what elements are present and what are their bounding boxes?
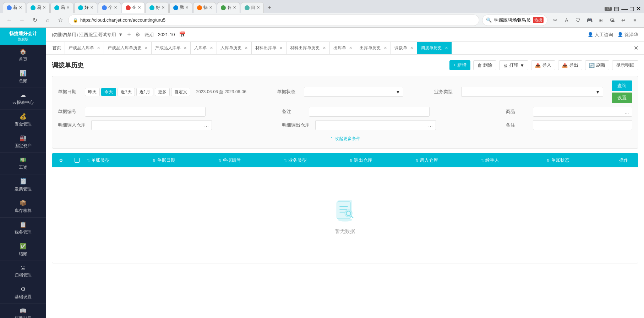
game-icon[interactable]: 🎮 [584,15,594,25]
page-tab-4-close[interactable]: ✕ [210,46,213,50]
import-button[interactable]: 📥 导入 [531,60,555,70]
sidebar-item-salary[interactable]: 💵 工资 [0,153,46,174]
browser-tab-9[interactable]: 畅 ✕ [193,2,216,13]
sidebar-item-fixed-assets[interactable]: 🏭 固定资产 [0,131,46,153]
browser-tab-6[interactable]: 企 ✕ [122,2,145,13]
tab-close-9[interactable]: ✕ [209,5,212,10]
sidebar-item-settings[interactable]: ⚙ 基础设置 [0,282,46,304]
calendar-icon[interactable]: 📅 [179,31,186,38]
menu-icon[interactable]: ≡ [630,15,640,25]
browser-tab-2[interactable]: 易 ✕ [27,2,50,13]
page-tab-3[interactable]: 产成品入库单 ✕ [152,42,191,55]
tab-close-3[interactable]: ✕ [66,5,70,10]
company-selector[interactable]: (勿删勿禁用) 江西服宝测试专用 ▼ [52,32,123,38]
sidebar-item-archive[interactable]: 🗂 归档管理 [0,261,46,282]
th-voucher-status[interactable]: ⇅ 单账状态 [544,157,610,163]
detail-out-select[interactable]: … [315,120,436,130]
th-checkbox[interactable] [70,158,84,163]
date-btn-yesterday[interactable]: 昨天 [85,88,100,96]
sidebar-item-tax[interactable]: 📋 税务管理 [0,218,46,239]
page-tab-11[interactable]: 调拨单历史 ✕ [417,42,452,55]
grid-icon[interactable]: ⊞ [596,15,606,25]
refresh-button-page[interactable]: 🔄 刷新 [585,60,609,70]
page-tab-4[interactable]: 入库单 ✕ [191,42,217,55]
export-button[interactable]: 📤 导出 [558,60,582,70]
page-tab-5-close[interactable]: ✕ [245,46,248,50]
date-btn-today[interactable]: 今天 [101,88,116,96]
date-btn-1month[interactable]: 近1月 [136,88,154,96]
tab-close-1[interactable]: ✕ [19,5,22,10]
tab-close-5[interactable]: ✕ [114,5,117,10]
close-window-button[interactable]: ✕ [636,5,641,13]
page-tab-8-close[interactable]: ✕ [349,46,352,50]
page-tab-9[interactable]: 出库单历史 ✕ [356,42,391,55]
th-out-warehouse[interactable]: ⇅ 调出仓库 [347,157,413,163]
user-service-button[interactable]: 👤 人工咨询 [588,32,613,38]
th-handler[interactable]: ⇅ 经手人 [478,157,544,163]
search-bar[interactable]: 🔍 学霸应聘场驱鸟员 热搜 [482,15,547,26]
undo-icon[interactable]: ↩ [618,15,628,25]
refresh-button[interactable]: ↻ [30,15,40,25]
app-logo[interactable]: 畅捷通好会计 旗舰版 [0,28,46,45]
sidebar-item-inventory[interactable]: 📦 库存核算 [0,196,46,218]
biz-type-select[interactable]: ▼ [461,87,603,97]
voucher-no-input[interactable] [85,107,206,117]
browser-tab-4[interactable]: 好 ✕ [74,2,97,13]
collapse-button[interactable]: ⌃ 收起更多条件 [58,134,632,144]
page-tab-3-close[interactable]: ✕ [184,46,187,50]
tab-close-4[interactable]: ✕ [90,5,93,10]
th-voucher-type[interactable]: ⇅ 单账类型 [84,157,150,163]
page-tab-2-close[interactable]: ✕ [144,46,148,50]
tab-close-10[interactable]: ✕ [233,5,236,10]
scissors-icon[interactable]: ✂ [550,15,560,25]
translate-icon[interactable]: A [562,15,572,25]
page-tab-7[interactable]: 材料出库单历史 ✕ [286,42,330,55]
voucher-status-select[interactable]: ▼ [304,87,403,97]
tab-close-8[interactable]: ✕ [185,5,189,10]
date-btn-custom[interactable]: 自定义 [171,88,190,96]
bookmark-button[interactable]: ☆ [55,15,65,25]
tab-close-11[interactable]: ✕ [257,5,260,10]
th-voucher-no[interactable]: ⇅ 单据编号 [215,157,281,163]
date-btn-more[interactable]: 更多 [155,88,170,96]
header-checkbox[interactable] [75,158,80,163]
tab-close-6[interactable]: ✕ [138,5,141,10]
th-in-warehouse[interactable]: ⇅ 调入仓库 [413,157,478,163]
sidebar-item-close-accounts[interactable]: ✅ 结账 [0,239,46,261]
page-tab-7-close[interactable]: ✕ [323,46,326,50]
th-settings[interactable]: ⚙ [52,158,70,163]
query-button[interactable]: 查询 [612,80,632,91]
remark-input[interactable] [309,107,430,117]
goods-select[interactable]: … [533,107,632,117]
back-button[interactable]: ← [4,15,14,25]
browser-tab-11[interactable]: 目 ✕ [241,2,264,13]
browser-tab-10[interactable]: 各 ✕ [217,2,240,13]
username-button[interactable]: 👤 徐泽华 [617,32,638,38]
page-tab-9-close[interactable]: ✕ [384,46,387,50]
print-button[interactable]: 🖨 打印 ▼ [499,60,528,70]
maximize-button[interactable]: □ [630,5,634,13]
tab-close-7[interactable]: ✕ [162,5,165,10]
th-voucher-date[interactable]: ⇅ 单据日期 [150,157,215,163]
new-button[interactable]: + 新增 [449,60,470,70]
browser-tab-7[interactable]: 好 ✕ [146,2,169,13]
add-company-button[interactable]: + [127,31,131,38]
page-tab-1[interactable]: 产成品入库单 ✕ [65,42,104,55]
date-btn-7days[interactable]: 近7天 [118,88,135,96]
backup-select[interactable] [533,120,632,130]
page-tab-8[interactable]: 出库单 ✕ [330,42,356,55]
detail-in-select[interactable]: … [91,120,212,130]
sidebar-item-invoice[interactable]: 🧾 发票管理 [0,174,46,196]
home-button[interactable]: ⌂ [43,15,53,25]
minimize-button[interactable]: — [621,5,628,13]
company-settings-icon[interactable]: ⚙ [135,31,140,38]
sidebar-item-cloud-report[interactable]: ☁ 云报表中心 [0,88,46,110]
sidebar-item-home[interactable]: 🏠 首页 [0,45,46,66]
sidebar-item-guide[interactable]: 📖 新手引导 [0,304,46,318]
url-bar[interactable]: 🔒 https://cloud.chanjet.com/accounting/u… [68,15,479,26]
browser-tab-3[interactable]: 易 ✕ [50,2,73,13]
page-tab-10-close[interactable]: ✕ [410,46,413,50]
tab-close-2[interactable]: ✕ [43,5,46,10]
filter-settings-button[interactable]: 设置 [612,93,632,103]
theme-icon[interactable]: 🌤 [607,15,617,25]
